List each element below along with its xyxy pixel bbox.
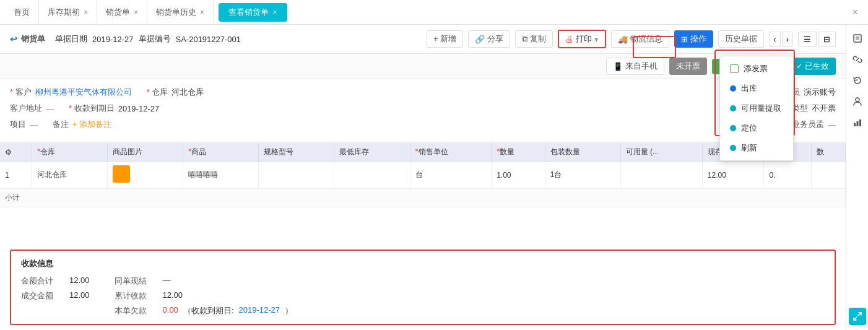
- from-phone-button[interactable]: 📱 来自手机: [606, 58, 664, 75]
- available-qty-icon: [730, 105, 736, 111]
- tab-home[interactable]: 首页: [5, 0, 39, 25]
- logistics-button[interactable]: 🚚 物流信息: [611, 30, 669, 48]
- row-sales-unit: 台: [410, 162, 492, 189]
- row-quantity: 1.00: [492, 162, 545, 189]
- row-index: 1: [0, 162, 32, 189]
- next-button[interactable]: ›: [782, 32, 793, 47]
- col-settings[interactable]: ⚙: [0, 143, 32, 162]
- form-row-1: 客户 柳州粤港平安气体有限公司 仓库 河北仓库 业务员 演示账号: [10, 87, 836, 98]
- form-row-3: 项目 — 备注 + 添加备注 业务员孟 —: [10, 119, 836, 130]
- total-row: 金额合计 12.00: [21, 276, 90, 287]
- tab-bar: 首页 库存期初 × 销货单 × 销货单历史 × 查看销货单 × ×: [0, 0, 868, 25]
- add-invoice-icon: [730, 64, 739, 73]
- col-spec: 规格型号: [259, 143, 334, 162]
- svg-rect-0: [854, 35, 861, 42]
- doc-meta: 单据日期 2019-12-27 单据编号 SA-20191227-001: [55, 33, 241, 45]
- tab-inventory-init[interactable]: 库存期初 ×: [39, 0, 97, 25]
- table-header-row: ⚙ *仓库 商品图片 *商品 规格型号 最低库存 *销售单位 *数量 包装数量 …: [0, 143, 846, 162]
- tab-sales-history[interactable]: 销货单历史 ×: [147, 0, 214, 25]
- copy-icon: ⧉: [522, 34, 527, 44]
- payment-date-value: 2019-12-27: [118, 104, 160, 113]
- customer-field: 客户 柳州粤港平安气体有限公司: [10, 87, 132, 98]
- print-icon: 🖨: [565, 35, 573, 44]
- payment-info-title: 收款信息: [21, 258, 825, 269]
- col-warehouse: *仓库: [32, 143, 108, 162]
- print-dropdown-arrow[interactable]: ▾: [594, 35, 599, 44]
- due-date-link[interactable]: 2019-12-27: [238, 305, 280, 316]
- prev-button[interactable]: ‹: [769, 32, 780, 47]
- tab-view-sales[interactable]: 查看销货单 ×: [219, 3, 287, 22]
- doc-icon: ↩: [10, 34, 17, 44]
- customer-value[interactable]: 柳州粤港平安气体有限公司: [35, 87, 132, 98]
- col-img: 商品图片: [108, 143, 183, 162]
- dropdown-add-invoice[interactable]: 添发票: [720, 59, 793, 79]
- close-inventory-init[interactable]: ×: [84, 8, 88, 17]
- subtotal-label: 小计: [0, 189, 846, 207]
- total-value: 12.00: [69, 276, 90, 287]
- print-button[interactable]: 🖨 打印 ▾: [558, 30, 606, 48]
- col-amount: 数: [812, 143, 846, 162]
- row-warehouse: 河北仓库: [32, 162, 108, 189]
- row-min-stock: [334, 162, 410, 189]
- doc-header: ↩ 销货单 单据日期 2019-12-27 单据编号 SA-20191227-0…: [0, 25, 846, 54]
- history-button[interactable]: 历史单据: [718, 30, 764, 48]
- warehouse-value: 河北仓库: [171, 87, 204, 98]
- dropdown-available-qty[interactable]: 可用量提取: [720, 98, 793, 118]
- col-product: *商品: [183, 143, 259, 162]
- sidebar-icon-expand[interactable]: [849, 308, 866, 325]
- row-spec: [259, 162, 334, 189]
- view-toggle: ☰ ⊟: [798, 32, 836, 47]
- nav-arrows: ‹ ›: [769, 32, 793, 47]
- col-min-stock: 最低库存: [334, 143, 410, 162]
- sidebar-icon-user[interactable]: [849, 93, 866, 110]
- remark-label: 备注: [53, 119, 69, 130]
- col-sales-unit: *销售单位: [410, 143, 492, 162]
- col-available: 可用量 (...: [620, 143, 702, 162]
- col-quantity: *数量: [492, 143, 545, 162]
- copy-button[interactable]: ⧉ 复制: [515, 30, 553, 48]
- sidebar-icon-refresh[interactable]: [849, 72, 866, 89]
- address-label: 客户地址: [10, 103, 42, 114]
- project-field: 项目 —: [10, 119, 38, 130]
- close-view-sales[interactable]: ×: [272, 7, 277, 17]
- ticket-type-value: 不开票: [812, 103, 836, 114]
- svg-rect-4: [854, 123, 856, 126]
- dropdown-refresh[interactable]: 刷新: [720, 138, 793, 158]
- customer-label: 客户: [10, 87, 32, 98]
- form-row-2: 客户地址 — 收款到期日 2019-12-27 票据类型 不开票: [10, 103, 836, 114]
- refresh-icon: [730, 145, 736, 151]
- effective-status[interactable]: ✓ 已生效: [789, 58, 836, 75]
- sales-staff-value: —: [828, 120, 836, 129]
- list-view-button[interactable]: ☰: [798, 32, 817, 47]
- svg-point-3: [856, 98, 859, 102]
- due-row: 本单欠款 0.00 （收款到期日: 2019-12-27 ）: [115, 305, 293, 316]
- window-close[interactable]: ×: [848, 7, 863, 18]
- cumulative-label: 累计收款: [115, 290, 158, 302]
- warehouse-label: 仓库: [147, 87, 168, 98]
- outbound-icon: [730, 85, 736, 92]
- row-stock: 12.00: [702, 162, 764, 189]
- not-opened-button[interactable]: 未开票: [669, 58, 707, 75]
- new-button[interactable]: + 新增: [427, 30, 463, 48]
- row-product: 嘻嘻嘻嘻: [183, 162, 259, 189]
- close-sales-history[interactable]: ×: [200, 8, 204, 17]
- col-pack-qty: 包装数量: [545, 143, 620, 162]
- sidebar-icon-chart[interactable]: [849, 114, 866, 131]
- share-button[interactable]: 🔗 分享: [468, 30, 510, 48]
- share-icon: 🔗: [475, 35, 485, 44]
- sidebar-icon-doc[interactable]: [849, 30, 866, 47]
- dropdown-outbound[interactable]: 出库: [720, 79, 793, 98]
- doc-actions: + 新增 🔗 分享 ⧉ 复制 🖨 打印 ▾ 🚚 物流信息: [427, 30, 836, 48]
- address-field: 客户地址 —: [10, 103, 54, 114]
- tab-sales-order[interactable]: 销货单 ×: [97, 0, 147, 25]
- operations-button[interactable]: ⊞ 操作: [674, 30, 713, 48]
- dropdown-locate[interactable]: 定位: [720, 118, 793, 138]
- sidebar-icon-link[interactable]: [849, 51, 866, 68]
- close-sales-order[interactable]: ×: [134, 8, 138, 17]
- staff-value: 演示账号: [804, 87, 836, 98]
- add-remark-link[interactable]: + 添加备注: [72, 119, 111, 130]
- address-value: —: [46, 104, 54, 113]
- grid-view-button[interactable]: ⊟: [818, 32, 836, 47]
- same-order-row: 同单现结 —: [115, 276, 293, 287]
- cumulative-value: 12.00: [163, 290, 183, 302]
